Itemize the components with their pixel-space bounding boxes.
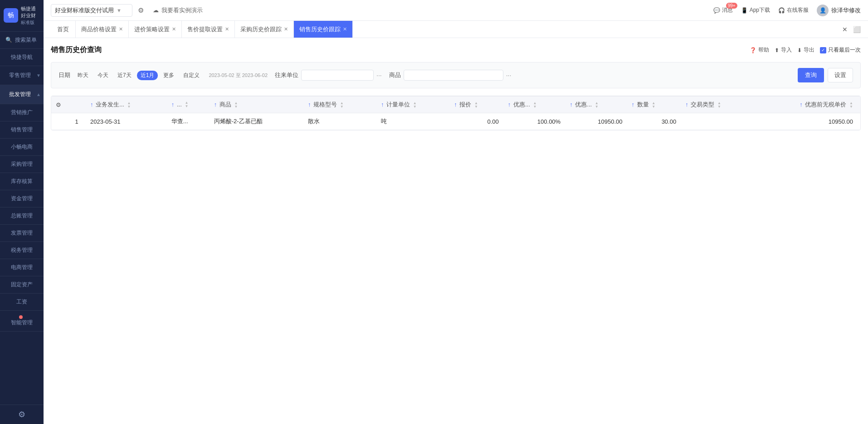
tab-purchase-strategy[interactable]: 进价策略设置 ✕ (129, 21, 182, 38)
th-num (68, 96, 86, 113)
product-input[interactable] (404, 70, 503, 81)
sidebar-settings-icon[interactable]: ⚙ (0, 405, 44, 424)
sort-icon5: ↑ (381, 101, 384, 108)
logo-text: 畅捷通好业财 标准版 (21, 5, 40, 26)
sidebar-item-inventory[interactable]: 库存核算 (0, 173, 44, 190)
tab-purchase-history[interactable]: 采购历史价跟踪 ✕ (235, 21, 294, 38)
sidebar-item-salary[interactable]: 工资 (0, 294, 44, 311)
th-price[interactable]: ↑ 报价 ▲▼ (449, 96, 503, 113)
tab-close-purchase-history[interactable]: ✕ (284, 26, 288, 32)
sidebar-item-invoice[interactable]: 发票管理 (0, 225, 44, 242)
app-download-button[interactable]: 📱 App下载 (741, 6, 770, 14)
th-discount1[interactable]: ↑ 优惠... ▲▼ (503, 96, 565, 113)
tab-home[interactable]: 首页 (51, 21, 76, 38)
demo-button[interactable]: ☁ 我要看实例演示 (153, 6, 203, 14)
help-button[interactable]: ❓ 帮助 (750, 46, 769, 54)
date-btn-custom[interactable]: 自定义 (180, 71, 203, 80)
message-button[interactable]: 💬 消息 99+ (713, 6, 733, 14)
th-pretax-price[interactable]: ↑ 优惠前无税单价 ▲▼ (754, 96, 860, 113)
sidebar-item-marketing[interactable]: 营销推广 (0, 104, 44, 121)
sort-dots-icon: ▲▼ (185, 101, 188, 108)
sort-pretax-icon: ▲▼ (849, 101, 853, 109)
date-filter-group: 日期 昨天 今天 近7天 近1月 更多 自定义 2023-05-02 至 202… (59, 71, 268, 80)
export-button[interactable]: ⬇ 导出 (797, 46, 814, 54)
sidebar-item-retail[interactable]: 零售管理 ▼ (0, 66, 44, 85)
tab-close-price[interactable]: ✕ (119, 26, 123, 32)
close-window-button[interactable]: ✕ (841, 25, 849, 34)
maximize-window-button[interactable]: ⬜ (853, 25, 861, 34)
date-buttons: 昨天 今天 近7天 近1月 更多 自定义 (74, 71, 203, 80)
sidebar-item-ecom2[interactable]: 电商管理 (0, 259, 44, 276)
sort-trans-icon: ▲▼ (717, 101, 721, 109)
only-last-checkbox[interactable]: ✓ 只看最后一次 (820, 46, 861, 54)
tab-close-sale-price[interactable]: ✕ (225, 26, 229, 32)
import-icon: ⬆ (775, 47, 779, 53)
sidebar-item-ecommerce[interactable]: 小畅电商 (0, 139, 44, 156)
sidebar-item-tax[interactable]: 税务管理 (0, 242, 44, 259)
th-qty[interactable]: ↑ 数量 ▲▼ (627, 96, 681, 113)
date-label: 日期 (59, 71, 70, 79)
td-gear (51, 113, 68, 130)
sidebar-item-purchase[interactable]: 采购管理 (0, 156, 44, 173)
tab-price[interactable]: 商品价格设置 ✕ (76, 21, 129, 38)
th-product[interactable]: ↑ 商品 ▲▼ (210, 96, 303, 113)
date-btn-last1month[interactable]: 近1月 (137, 71, 158, 80)
sidebar-item-intelligent[interactable]: 智能管理 (0, 311, 44, 332)
th-dots[interactable]: ↑ ... ▲▼ (167, 96, 210, 113)
user-menu[interactable]: 👤 徐泽华修改 (817, 5, 861, 16)
online-service-button[interactable]: 🎧 在线客服 (778, 6, 809, 14)
td-discount2: 10950.00 (565, 113, 627, 130)
sort-product-icon: ▲▼ (234, 101, 238, 109)
sidebar-item-wholesale[interactable]: 批发管理 ▲ (0, 85, 44, 104)
sort-icon9: ↑ (632, 101, 635, 108)
headset-icon: 🎧 (778, 7, 785, 14)
sidebar-item-sales[interactable]: 销售管理 (0, 121, 44, 139)
supplier-input[interactable] (301, 70, 374, 81)
th-date[interactable]: ↑ 业务发生... ▲▼ (86, 96, 167, 113)
th-gear[interactable]: ⚙ (51, 96, 68, 113)
td-product: 丙烯酸-2-乙基已酯 (210, 113, 303, 130)
import-button[interactable]: ⬆ 导入 (775, 46, 792, 54)
th-discount2[interactable]: ↑ 优惠... ▲▼ (565, 96, 627, 113)
th-spec[interactable]: ↑ 规格型号 ▲▼ (303, 96, 376, 113)
sort-icon: ↑ (90, 101, 93, 108)
td-pretax-price: 10950.00 (754, 113, 860, 130)
sort-icon7: ↑ (508, 101, 511, 108)
sidebar-search[interactable]: 🔍 搜索菜单 (0, 32, 44, 49)
gear-icon[interactable]: ⚙ (138, 6, 144, 14)
avatar: 👤 (817, 5, 829, 16)
sort-icon2: ↑ (171, 101, 175, 108)
sidebar: 畅 畅捷通好业财 标准版 🔍 搜索菜单 快捷导航 零售管理 ▼ 批发管理 ▲ 营… (0, 0, 44, 424)
tab-sale-price[interactable]: 售价提取设置 ✕ (182, 21, 235, 38)
date-btn-yesterday[interactable]: 昨天 (74, 71, 92, 80)
window-controls: ✕ ⬜ (841, 25, 861, 34)
topbar-right: 💬 消息 99+ 📱 App下载 🎧 在线客服 👤 徐泽华修改 (713, 5, 861, 16)
date-btn-today[interactable]: 今天 (94, 71, 112, 80)
sidebar-item-finance[interactable]: 资金管理 (0, 190, 44, 207)
date-btn-last7[interactable]: 近7天 (114, 71, 135, 80)
sort-unit-icon: ▲▼ (413, 101, 417, 109)
table-row[interactable]: 1 2023-05-31 华查... 丙烯酸-2-乙基已酯 散水 吨 0.00 … (51, 113, 860, 130)
date-btn-more[interactable]: 更多 (160, 71, 178, 80)
th-trans-type[interactable]: ↑ 交易类型 ▲▼ (681, 96, 754, 113)
search-icon: 🔍 (5, 37, 12, 43)
td-date: 2023-05-31 (86, 113, 167, 130)
supplier-more-btn[interactable]: ··· (376, 72, 382, 79)
th-unit[interactable]: ↑ 计量单位 ▲▼ (376, 96, 449, 113)
sidebar-item-account[interactable]: 总账管理 (0, 207, 44, 225)
page-title: 销售历史价查询 (51, 45, 102, 55)
chevron-up-icon: ▲ (36, 92, 41, 97)
query-button[interactable]: 查询 (798, 68, 824, 82)
sort-spec-icon: ▲▼ (340, 101, 344, 109)
sort-discount2-icon: ▲▼ (595, 101, 599, 109)
module-selector[interactable]: 好业财标准版交付试用 ▼ (51, 4, 132, 17)
sidebar-item-fixedasset[interactable]: 固定资产 (0, 276, 44, 294)
sort-icon6: ↑ (454, 101, 457, 108)
tab-close-purchase-strategy[interactable]: ✕ (172, 26, 176, 32)
sidebar-item-shortcut[interactable]: 快捷导航 (0, 49, 44, 66)
tab-sales-history[interactable]: 销售历史价跟踪 ✕ (294, 21, 353, 38)
tab-close-sales-history[interactable]: ✕ (343, 26, 347, 32)
product-more-btn[interactable]: ··· (506, 72, 512, 79)
supplier-label: 往来单位 (275, 71, 298, 79)
settings-button[interactable]: 设置 (828, 68, 853, 82)
